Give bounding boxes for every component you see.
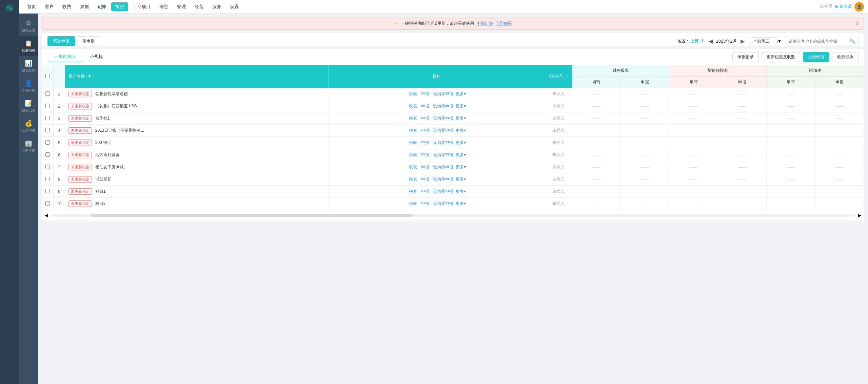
info-icon[interactable]: ℹ — [702, 39, 703, 43]
op-declare-1[interactable]: 申报 — [421, 104, 429, 108]
notification-link1[interactable]: 申报汇签 — [477, 21, 493, 26]
op-tax-form-0[interactable]: 税表 — [409, 91, 417, 96]
tab-zero-declaration[interactable]: 零申报 — [77, 36, 100, 46]
panel-nav-tax-settings[interactable]: ⚙ 报税设置 — [19, 16, 38, 36]
op-more-3[interactable]: 更多▾ — [456, 128, 466, 133]
client-name-7[interactable]: 辅助期初 — [95, 177, 112, 182]
op-set-zero-7[interactable]: 设为零申报 — [433, 177, 453, 182]
op-set-zero-8[interactable]: 设为零申报 — [433, 189, 453, 194]
op-tax-form-8[interactable]: 税表 — [409, 189, 417, 194]
select-all-checkbox[interactable] — [45, 74, 50, 78]
tab-tax-declaration[interactable]: 税款申报 — [47, 36, 75, 46]
nav-fee[interactable]: 收费 — [58, 2, 75, 11]
op-tax-form-9[interactable]: 税表 — [409, 201, 417, 206]
op-tax-form-6[interactable]: 税表 — [409, 165, 417, 169]
scrollbar-thumb[interactable] — [91, 214, 413, 217]
client-name-0[interactable]: 勿删新锐网络通信 — [95, 91, 128, 96]
notification-close[interactable]: ✕ — [855, 21, 860, 26]
sort-icon[interactable]: ▼ — [87, 74, 92, 79]
client-name-5[interactable]: 地方水利基金 — [95, 152, 120, 157]
horizontal-scrollbar[interactable] — [51, 214, 855, 217]
date-prev-btn[interactable]: ◀ — [707, 38, 714, 44]
user-avatar[interactable]: 👤 — [854, 2, 864, 12]
update-tax-btn[interactable]: 更新税定及取数 — [762, 52, 800, 62]
op-tax-form-5[interactable]: 税表 — [409, 152, 417, 157]
nav-customer[interactable]: 客户 — [41, 2, 58, 11]
panel-nav-annual-report[interactable]: 🏢 工商年报 — [19, 136, 38, 156]
row-checkbox-5[interactable] — [45, 152, 50, 157]
row-checkbox-7[interactable] — [45, 177, 50, 181]
declaration-records-btn[interactable]: 申报记录 — [732, 52, 759, 62]
date-next-btn[interactable]: ▶ — [739, 38, 746, 44]
op-set-zero-0[interactable]: 设为零申报 — [433, 91, 453, 96]
search-input[interactable] — [786, 38, 847, 45]
panel-nav-personal-tax[interactable]: 👤 个税申报 — [19, 76, 38, 96]
row-checkbox-3[interactable] — [45, 128, 50, 132]
nav-message[interactable]: 消息 — [155, 2, 172, 11]
row-checkbox-1[interactable] — [45, 104, 50, 108]
op-tax-form-7[interactable]: 税表 — [409, 177, 417, 182]
op-tax-form-2[interactable]: 税表 — [409, 116, 417, 121]
client-name-1[interactable]: （勿删）江西酿宝-LSS — [95, 104, 137, 108]
op-declare-5[interactable]: 申报 — [421, 152, 429, 157]
client-name-3[interactable]: 2013日记账（不要删除验... — [95, 128, 144, 133]
op-more-6[interactable]: 更多▾ — [456, 165, 466, 169]
row-checkbox-0[interactable] — [45, 91, 50, 96]
row-checkbox-2[interactable] — [45, 116, 50, 120]
nav-manage[interactable]: 管理 — [173, 2, 190, 11]
op-more-0[interactable]: 更多▾ — [456, 91, 466, 96]
op-more-5[interactable]: 更多▾ — [456, 152, 466, 157]
tab-general-taxpayer[interactable]: 一般的税人 — [47, 51, 83, 62]
op-set-zero-4[interactable]: 设为零申报 — [433, 140, 453, 145]
op-set-zero-5[interactable]: 设为零申报 — [433, 152, 453, 157]
op-declare-9[interactable]: 申报 — [421, 201, 429, 206]
op-tax-form-1[interactable]: 税表 — [409, 104, 417, 108]
op-set-zero-9[interactable]: 设为零申报 — [433, 201, 453, 206]
nav-tax[interactable]: 报税 — [111, 2, 128, 11]
nav-bill[interactable]: 票据 — [76, 2, 93, 11]
op-set-zero-3[interactable]: 设为零申报 — [433, 128, 453, 133]
collect-receipt-btn[interactable]: 收取回执 — [832, 52, 859, 62]
op-set-zero-6[interactable]: 设为零申报 — [433, 165, 453, 169]
row-checkbox-4[interactable] — [45, 140, 50, 145]
panel-nav-annual-tax[interactable]: 💰 汇算清缴 — [19, 116, 38, 136]
op-declare-4[interactable]: 申报 — [421, 140, 429, 145]
search-button[interactable]: 🔍 — [847, 37, 858, 45]
row-checkbox-8[interactable] — [45, 189, 50, 193]
panel-nav-tax-records[interactable]: 📝 报税记录 — [19, 96, 38, 116]
op-declare-0[interactable]: 申报 — [421, 91, 429, 96]
fullscreen-btn[interactable]: □ 全屏 — [821, 4, 832, 9]
row-checkbox-6[interactable] — [45, 165, 50, 169]
client-name-4[interactable]: 2007会计 — [95, 140, 113, 145]
op-more-1[interactable]: 更多▾ — [456, 104, 466, 108]
op-declare-3[interactable]: 申报 — [421, 128, 429, 133]
client-name-8[interactable]: 科目1 — [95, 189, 106, 194]
tab-small-scale[interactable]: 小规模 — [83, 51, 110, 62]
op-more-4[interactable]: 更多▾ — [456, 140, 466, 145]
op-declare-7[interactable]: 申报 — [421, 177, 429, 182]
notification-link2[interactable]: 立即购买 — [496, 21, 512, 26]
op-declare-8[interactable]: 申报 — [421, 189, 429, 194]
scroll-right-btn[interactable]: ▶ — [855, 212, 864, 219]
op-more-8[interactable]: 更多▾ — [456, 189, 466, 194]
panel-nav-batch-tax[interactable]: 📋 批量报税 — [19, 36, 38, 56]
member-btn[interactable]: ⊞ 畅会员 — [835, 4, 852, 9]
nav-home[interactable]: 首页 — [23, 2, 40, 11]
op-tax-form-4[interactable]: 税表 — [409, 140, 417, 145]
row-checkbox-9[interactable] — [45, 201, 50, 206]
staff-select[interactable]: 全部员工 — [750, 37, 776, 45]
op-more-7[interactable]: 更多▾ — [456, 177, 466, 182]
scroll-left-btn[interactable]: ◀ — [42, 212, 51, 219]
client-name-6[interactable]: 杨仙女工资测试 — [95, 165, 124, 169]
op-declare-2[interactable]: 申报 — [421, 116, 429, 121]
nav-business[interactable]: 工商项目 — [129, 2, 155, 11]
nav-bookkeeping[interactable]: 记账 — [94, 2, 111, 11]
op-set-zero-2[interactable]: 设为零申报 — [433, 116, 453, 121]
client-name-2[interactable]: 合作社1 — [95, 116, 110, 121]
nav-settings[interactable]: 设置 — [226, 2, 243, 11]
op-declare-6[interactable]: 申报 — [421, 165, 429, 169]
op-set-zero-1[interactable]: 设为零申报 — [433, 104, 453, 108]
op-tax-form-3[interactable]: 税表 — [409, 128, 417, 133]
op-more-9[interactable]: 更多▾ — [456, 201, 466, 206]
nav-service[interactable]: 服务 — [208, 2, 225, 11]
